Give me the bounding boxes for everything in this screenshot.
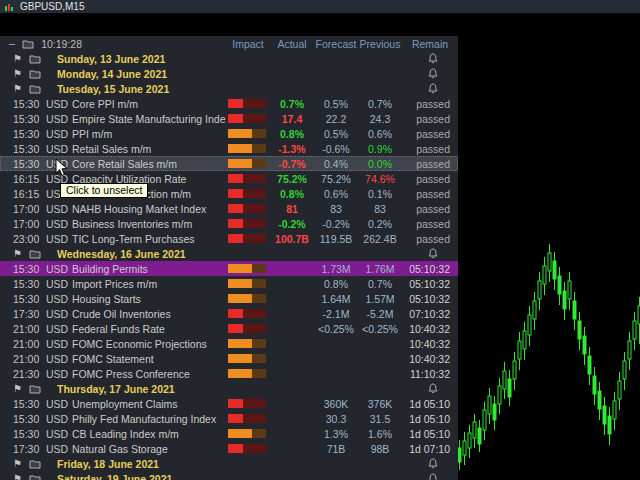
event-time: 16:15	[0, 173, 38, 185]
date-row[interactable]: ⚑Sunday, 13 June 2021	[0, 51, 458, 66]
event-forecast: 22.2	[314, 113, 358, 125]
date-row[interactable]: ⚑Saturday, 19 June 2021	[0, 471, 458, 480]
date-row[interactable]: ⚑Friday, 18 June 2021	[0, 456, 458, 471]
event-time: 15:30	[0, 413, 38, 425]
flag-icon: ⚑	[13, 84, 22, 94]
date-row[interactable]: ⚑Tuesday, 15 June 2021	[0, 81, 458, 96]
date-row[interactable]: ⚑Monday, 14 June 2021	[0, 66, 458, 81]
impact-bar	[228, 129, 266, 138]
event-previous: 74.6%	[358, 173, 402, 185]
event-time: 15:30	[0, 158, 38, 170]
event-currency: USD	[38, 143, 68, 155]
event-row[interactable]: 21:00USDFOMC Economic Projections10:40:3…	[0, 336, 458, 351]
event-row[interactable]: 15:30USDPPI m/m0.8%0.5%0.6%passed	[0, 126, 458, 141]
impact-cell	[226, 174, 270, 183]
alert-bell[interactable]	[428, 68, 438, 81]
folder-icon[interactable]	[29, 474, 41, 480]
calendar-header-left: – 10:19:28	[0, 38, 226, 50]
event-row[interactable]: 21:00USDFOMC Statement10:40:32	[0, 351, 458, 366]
event-name: TIC Long-Term Purchases	[68, 233, 226, 245]
event-row[interactable]: 17:00USDNAHB Housing Market Index818383p…	[0, 201, 458, 216]
event-time: 15:30	[0, 278, 38, 290]
event-previous: 1.6%	[358, 428, 402, 440]
folder-icon[interactable]	[29, 54, 41, 64]
event-previous: 0.7%	[358, 278, 402, 290]
event-name: Natural Gas Storage	[68, 443, 226, 455]
event-forecast: 0.5%	[314, 128, 358, 140]
event-row[interactable]: 15:30USDPhilly Fed Manufacturing Index30…	[0, 411, 458, 426]
impact-fill	[228, 414, 243, 423]
folder-icon[interactable]	[29, 384, 41, 394]
calendar-rows: ⚑Sunday, 13 June 2021⚑Monday, 14 June 20…	[0, 51, 458, 480]
event-forecast: 1.73M	[314, 263, 358, 275]
alert-bell[interactable]	[428, 53, 438, 66]
event-row[interactable]: 21:00USDFederal Funds Rate<0.25%<0.25%10…	[0, 321, 458, 336]
impact-fill	[228, 114, 243, 123]
bell-icon[interactable]	[428, 248, 438, 259]
date-label: Wednesday, 16 June 2021	[57, 248, 186, 260]
event-forecast: 71B	[314, 443, 358, 455]
alert-bell[interactable]	[428, 458, 438, 471]
date-row[interactable]: ⚑Wednesday, 16 June 2021	[0, 246, 458, 261]
folder-icon[interactable]	[29, 459, 41, 469]
event-name: Import Prices m/m	[68, 278, 226, 290]
bell-icon[interactable]	[428, 383, 438, 394]
event-row[interactable]: 15:30USDCB Leading Index m/m1.3%1.6%1d 0…	[0, 426, 458, 441]
impact-bar	[228, 114, 266, 123]
event-remain: 1d 05:10	[402, 398, 458, 410]
event-row[interactable]: 15:30USDUnemployment Claims360K376K1d 05…	[0, 396, 458, 411]
event-row[interactable]: 15:30USDHousing Starts1.64M1.57M05:10:32	[0, 291, 458, 306]
impact-fill	[228, 264, 252, 273]
impact-fill	[228, 234, 243, 243]
date-label: Monday, 14 June 2021	[57, 68, 167, 80]
date-row[interactable]: ⚑Thursday, 17 June 2021	[0, 381, 458, 396]
event-currency: USD	[38, 323, 68, 335]
event-remain: passed	[402, 143, 458, 155]
event-row[interactable]: 15:30USDRetail Sales m/m-1.3%-0.6%0.9%pa…	[0, 141, 458, 156]
event-currency: USD	[38, 353, 68, 365]
bell-icon[interactable]	[428, 53, 438, 64]
impact-fill	[228, 399, 243, 408]
alert-bell[interactable]	[428, 473, 438, 480]
folder-icon[interactable]	[22, 39, 34, 49]
bell-icon[interactable]	[428, 473, 438, 480]
event-time: 15:30	[0, 398, 38, 410]
event-row[interactable]: 15:30USDImport Prices m/m0.8%0.7%05:10:3…	[0, 276, 458, 291]
event-row[interactable]: 15:30USDBuilding Permits1.73M1.76M05:10:…	[0, 261, 458, 276]
impact-fill	[228, 129, 252, 138]
event-row[interactable]: 15:30USDEmpire State Manufacturing Index…	[0, 111, 458, 126]
minimize-button[interactable]: –	[9, 38, 15, 49]
event-row[interactable]: 17:00USDBusiness Inventories m/m-0.2%-0.…	[0, 216, 458, 231]
event-forecast: 0.6%	[314, 188, 358, 200]
window-title: GBPUSD,M15	[20, 1, 84, 12]
flag-icon: ⚑	[13, 69, 22, 79]
event-actual: 0.8%	[270, 128, 314, 140]
impact-bar	[228, 414, 266, 423]
folder-icon[interactable]	[29, 84, 41, 94]
event-row[interactable]: 23:00USDTIC Long-Term Purchases100.7B119…	[0, 231, 458, 246]
bell-icon[interactable]	[428, 458, 438, 469]
event-previous: 1.57M	[358, 293, 402, 305]
event-remain: 05:10:32	[402, 263, 458, 275]
event-remain: 07:10:32	[402, 308, 458, 320]
bell-icon[interactable]	[428, 83, 438, 94]
event-remain: 10:40:32	[402, 353, 458, 365]
alert-bell[interactable]	[428, 248, 438, 261]
event-time: 17:00	[0, 218, 38, 230]
impact-fill	[228, 309, 243, 318]
event-row[interactable]: 17:30USDCrude Oil Inventories-2.1M-5.2M0…	[0, 306, 458, 321]
alert-bell[interactable]	[428, 383, 438, 396]
folder-icon[interactable]	[29, 249, 41, 259]
alert-bell[interactable]	[428, 83, 438, 96]
event-row[interactable]: 15:30USDCore PPI m/m0.7%0.5%0.7%passed	[0, 96, 458, 111]
event-forecast: -0.6%	[314, 143, 358, 155]
date-label: Thursday, 17 June 2021	[57, 383, 175, 395]
folder-icon[interactable]	[29, 69, 41, 79]
flag-icon: ⚑	[13, 384, 22, 394]
bell-icon[interactable]	[428, 68, 438, 79]
event-forecast: 0.8%	[314, 278, 358, 290]
column-impact: Impact	[226, 38, 270, 50]
event-row[interactable]: 21:30USDFOMC Press Conference11:10:32	[0, 366, 458, 381]
event-row[interactable]: 17:30USDNatural Gas Storage71B98B1d 07:1…	[0, 441, 458, 456]
event-time: 15:30	[0, 98, 38, 110]
